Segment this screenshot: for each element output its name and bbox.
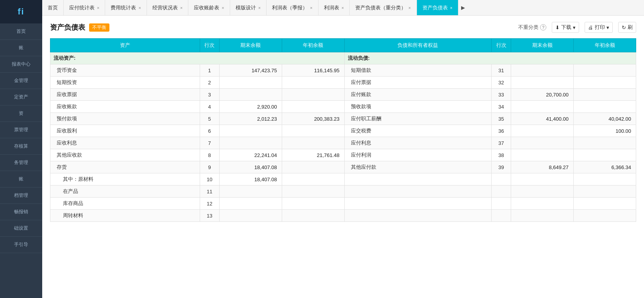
sidebar-item-archive[interactable]: 档管理 — [0, 187, 42, 204]
liability-name: 应付账款 — [344, 89, 491, 101]
sidebar-item-home[interactable]: 首页 — [0, 23, 42, 40]
help-icon[interactable]: ? — [540, 24, 546, 30]
sidebar-item-fund[interactable]: 金管理 — [0, 73, 42, 89]
liability-name — [344, 173, 491, 186]
col-row-num-left: 行次 — [200, 39, 219, 52]
row-num-left: 11 — [200, 186, 219, 198]
end-balance-right: 20,700.00 — [511, 89, 574, 101]
end-balance-left — [219, 210, 282, 222]
begin-balance-right: 100.00 — [574, 125, 636, 137]
end-balance-right — [511, 186, 574, 198]
sidebar-item-account[interactable]: 账 — [0, 40, 42, 56]
tab-ap-stats[interactable]: 应付统计表 × — [64, 0, 105, 16]
row-num-left: 13 — [200, 210, 219, 222]
row-num-right: 37 — [492, 137, 511, 149]
page-title-area: 资产负债表 不平衡 — [50, 23, 109, 32]
close-tab-ap-stats[interactable]: × — [97, 5, 99, 10]
close-tab-profit[interactable]: × — [342, 5, 344, 10]
row-num-right: 35 — [492, 113, 511, 125]
row-num-left: 10 — [200, 173, 219, 186]
end-balance-left: 2,920.00 — [219, 101, 282, 113]
close-tab-expense-stats[interactable]: × — [138, 5, 141, 10]
end-balance-left — [219, 89, 282, 101]
sidebar-item-guide[interactable]: 手引导 — [0, 237, 42, 253]
sidebar-item-invest[interactable]: 资 — [0, 105, 42, 122]
begin-balance-left — [282, 125, 344, 137]
row-num-right: 31 — [492, 64, 511, 77]
print-dropdown-icon: ▾ — [606, 25, 609, 30]
close-tab-balance-reclassify[interactable]: × — [408, 5, 411, 10]
close-tab-balance[interactable]: × — [450, 5, 453, 10]
col-end-balance-right: 期末余额 — [511, 39, 574, 52]
refresh-button[interactable]: ↻ 刷 — [618, 22, 636, 33]
end-balance-left: 2,012.23 — [219, 113, 282, 125]
sidebar-item-tax[interactable]: 务管理 — [0, 155, 42, 171]
end-balance-right — [511, 125, 574, 137]
row-num-right: 32 — [492, 77, 511, 89]
col-row-num-right: 行次 — [492, 39, 511, 52]
refresh-icon: ↻ — [622, 25, 626, 30]
asset-name: 库存商品 — [50, 198, 200, 210]
liability-name: 短期借款 — [344, 64, 491, 77]
unbalanced-badge: 不平衡 — [89, 23, 109, 32]
col-begin-balance-left: 年初余额 — [282, 39, 344, 52]
tab-profit-quarterly[interactable]: 利润表（季报） × — [267, 0, 318, 16]
sidebar-item-report-center[interactable]: 报表中心 — [0, 56, 42, 73]
tab-ar-aging[interactable]: 应收账龄表 × — [188, 0, 230, 16]
tab-arrow-right[interactable]: ▶ — [458, 0, 468, 16]
end-balance-left — [219, 186, 282, 198]
sidebar-item-expense[interactable]: 畅报销 — [0, 204, 42, 220]
liability-name: 应付利息 — [344, 137, 491, 149]
tab-template[interactable]: 模版设计 × — [230, 0, 267, 16]
sidebar-item-bill[interactable]: 票管理 — [0, 122, 42, 138]
row-num-left: 3 — [200, 89, 219, 101]
print-button[interactable]: 🖨 打印 ▾ — [585, 22, 613, 33]
end-balance-right — [511, 137, 574, 149]
row-num-left: 4 — [200, 101, 219, 113]
asset-name: 应收股利 — [50, 125, 200, 137]
begin-balance-left: 200,383.23 — [282, 113, 344, 125]
end-balance-right — [511, 101, 574, 113]
tab-profit[interactable]: 利润表 × — [318, 0, 350, 16]
tab-expense-stats[interactable]: 费用统计表 × — [105, 0, 147, 16]
tab-operation[interactable]: 经营状况表 × — [147, 0, 188, 16]
begin-balance-left — [282, 101, 344, 113]
row-num-right: 34 — [492, 101, 511, 113]
liability-name: 其他应付款 — [344, 161, 491, 173]
begin-balance-right — [574, 77, 636, 89]
col-liability: 负债和所有者权益 — [344, 39, 491, 52]
page-title: 资产负债表 — [50, 23, 85, 32]
sidebar-item-inventory[interactable]: 存核算 — [0, 138, 42, 155]
begin-balance-right — [574, 173, 636, 186]
row-num-right — [492, 173, 511, 186]
row-num-left: 2 — [200, 77, 219, 89]
tab-balance[interactable]: 资产负债表 × — [417, 0, 458, 16]
begin-balance-left — [282, 210, 344, 222]
tab-home[interactable]: 首页 — [42, 0, 64, 16]
row-num-left: 9 — [200, 161, 219, 173]
row-num-left: 1 — [200, 64, 219, 77]
begin-balance-right — [574, 89, 636, 101]
tab-balance-reclassify[interactable]: 资产负债表（重分类） × — [350, 0, 417, 16]
row-num-left: 5 — [200, 113, 219, 125]
sidebar-item-ledger[interactable]: 账 — [0, 171, 42, 187]
end-balance-right — [511, 210, 574, 222]
close-tab-ar-aging[interactable]: × — [222, 5, 224, 10]
end-balance-left — [219, 125, 282, 137]
liability-name — [344, 186, 491, 198]
sidebar-item-settings[interactable]: 础设置 — [0, 220, 42, 237]
begin-balance-right — [574, 101, 636, 113]
close-tab-template[interactable]: × — [258, 5, 261, 10]
close-tab-profit-quarterly[interactable]: × — [310, 5, 312, 10]
sidebar-item-fixed-assets[interactable]: 定资产 — [0, 89, 42, 105]
row-num-right: 38 — [492, 149, 511, 161]
row-num-right: 33 — [492, 89, 511, 101]
download-button[interactable]: ⬇ 下载 ▾ — [552, 22, 579, 33]
begin-balance-left — [282, 161, 344, 173]
end-balance-right — [511, 198, 574, 210]
asset-name: 应收票据 — [50, 89, 200, 101]
section-right: 流动负债: — [344, 52, 636, 64]
close-tab-operation[interactable]: × — [180, 5, 182, 10]
tab-bar: 首页 应付统计表 × 费用统计表 × 经营状况表 × 应收账龄表 × 模版设计 … — [42, 0, 644, 16]
content-area: 资产负债表 不平衡 不重分类 ? ⬇ 下载 ▾ 🖨 打印 ▾ — [42, 16, 644, 298]
